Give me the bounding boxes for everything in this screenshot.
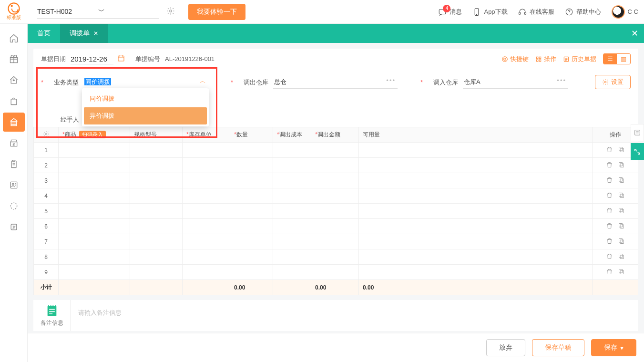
- messages-link[interactable]: 4 消息: [438, 8, 462, 16]
- edition-label: 标准版: [7, 14, 21, 21]
- svg-rect-4: [475, 8, 479, 15]
- avatar: [612, 5, 625, 19]
- org-selector[interactable]: TEST-H002 ﹀: [37, 5, 159, 19]
- app-download-link[interactable]: App下载: [472, 8, 507, 16]
- top-header: 标准版 TEST-H002 ﹀ 我要体验一下 4 消息 App下载 在线客服 帮…: [0, 0, 644, 24]
- message-badge: 4: [443, 5, 450, 12]
- tab-bar: 首页 调拨单 ✕ ✕: [28, 24, 644, 43]
- tab-transfer[interactable]: 调拨单 ✕: [60, 24, 108, 43]
- svg-point-2: [170, 10, 172, 12]
- sidebar: 新: [0, 24, 28, 43]
- tab-home[interactable]: 首页: [28, 24, 60, 43]
- svg-point-1: [11, 5, 13, 7]
- close-icon[interactable]: ✕: [93, 30, 98, 37]
- logo: 标准版: [0, 2, 28, 21]
- svg-point-0: [8, 3, 19, 14]
- org-value: TEST-H002: [37, 8, 98, 15]
- gear-icon[interactable]: [166, 7, 175, 17]
- user-menu[interactable]: C C: [612, 5, 638, 19]
- help-center-link[interactable]: 帮助中心: [565, 8, 601, 16]
- sidebar-home[interactable]: [3, 29, 25, 43]
- trial-button[interactable]: 我要体验一下: [188, 4, 245, 20]
- tab-bar-close[interactable]: ✕: [625, 24, 644, 43]
- chevron-down-icon: ﹀: [98, 7, 159, 16]
- svg-point-5: [477, 14, 477, 14]
- header-right: 4 消息 App下载 在线客服 帮助中心 C C: [438, 5, 638, 19]
- customer-service-link[interactable]: 在线客服: [518, 8, 554, 16]
